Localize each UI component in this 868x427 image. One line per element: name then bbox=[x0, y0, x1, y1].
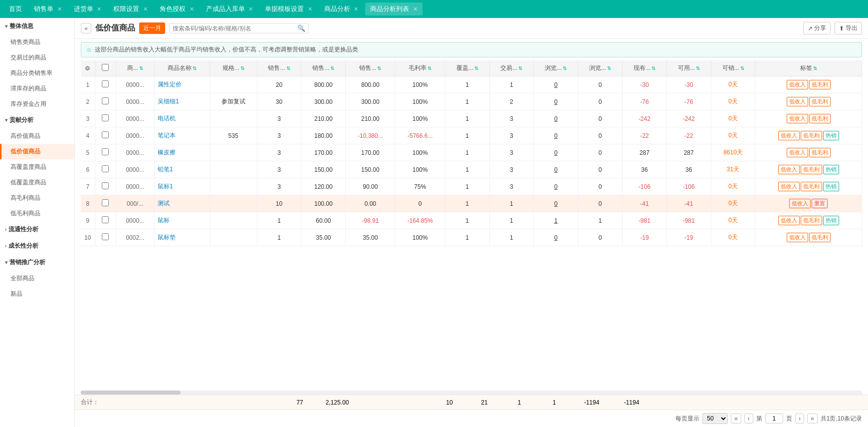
sort-qty-icon[interactable]: ⇅ bbox=[286, 65, 290, 71]
nav-role-auth[interactable]: 角色授权 ✕ bbox=[155, 2, 199, 15]
sidebar-item-traded-goods[interactable]: 交易过的商品 bbox=[0, 50, 74, 65]
view1-link[interactable]: 0 bbox=[554, 234, 558, 241]
col-view1[interactable]: 浏览...⇅ bbox=[534, 60, 578, 76]
row-view1[interactable]: 0 bbox=[534, 93, 578, 110]
prev-page-button[interactable]: ‹ bbox=[744, 414, 753, 424]
sidebar-group-liquidity[interactable]: › 流通性分析 bbox=[0, 221, 74, 238]
col-sale-qty[interactable]: 销售...⇅ bbox=[257, 60, 301, 76]
view1-link[interactable]: 0 bbox=[554, 98, 558, 105]
sidebar-group-contribution[interactable]: ▾ 贡献分析 bbox=[0, 112, 74, 128]
close-product-stock-icon[interactable]: ✕ bbox=[248, 6, 253, 12]
col-available-stock[interactable]: 可用...⇅ bbox=[666, 60, 711, 76]
sort-amount-icon[interactable]: ⇅ bbox=[377, 65, 381, 71]
col-current-stock[interactable]: 现有...⇅ bbox=[622, 60, 666, 76]
row-checkbox[interactable] bbox=[102, 182, 109, 189]
sidebar-item-high-coverage[interactable]: 高覆盖度商品 bbox=[0, 159, 74, 175]
sidebar-group-growth[interactable]: › 成长性分析 bbox=[0, 238, 74, 254]
view1-link[interactable]: 0 bbox=[554, 81, 558, 88]
col-setting[interactable]: ⚙ bbox=[81, 60, 95, 76]
view1-link[interactable]: 1 bbox=[554, 217, 558, 224]
col-checkbox[interactable] bbox=[95, 60, 116, 76]
col-sale-amount[interactable]: 销售...⇅ bbox=[346, 60, 395, 76]
sort-transaction-icon[interactable]: ⇅ bbox=[518, 65, 522, 71]
per-page-select[interactable]: 50 100 200 bbox=[702, 413, 728, 424]
close-permission-icon[interactable]: ✕ bbox=[143, 6, 148, 12]
row-checkbox[interactable] bbox=[102, 97, 109, 104]
nav-purchase-order[interactable]: 进货单 ✕ bbox=[69, 2, 107, 15]
next-page-button[interactable]: › bbox=[795, 414, 804, 424]
col-sale-price[interactable]: 销售...⇅ bbox=[301, 60, 346, 76]
row-checkbox[interactable] bbox=[102, 233, 109, 240]
nav-sales-order[interactable]: 销售单 ✕ bbox=[29, 2, 67, 15]
date-filter-button[interactable]: 近一月 bbox=[139, 22, 165, 34]
row-view1[interactable]: 0 bbox=[534, 178, 578, 195]
row-name[interactable]: 电话机 bbox=[154, 110, 210, 127]
horizontal-scrollbar[interactable] bbox=[81, 391, 862, 395]
row-name[interactable]: 测试 bbox=[154, 195, 210, 212]
row-checkbox[interactable] bbox=[102, 80, 109, 87]
row-checkbox[interactable] bbox=[102, 165, 109, 172]
sidebar-item-low-margin[interactable]: 低毛利商品 bbox=[0, 206, 74, 221]
sort-coverage-icon[interactable]: ⇅ bbox=[474, 65, 478, 71]
sort-spec-icon[interactable]: ⇅ bbox=[240, 65, 244, 71]
row-checkbox[interactable] bbox=[102, 131, 109, 138]
close-role-auth-icon[interactable]: ✕ bbox=[190, 6, 194, 12]
select-all-checkbox[interactable] bbox=[102, 64, 109, 71]
search-input[interactable] bbox=[173, 25, 297, 32]
col-gross-margin[interactable]: 毛利率⇅ bbox=[395, 60, 445, 76]
sidebar-item-sales-goods[interactable]: 销售类商品 bbox=[0, 34, 74, 50]
col-view2[interactable]: 浏览...⇅ bbox=[578, 60, 623, 76]
row-view1[interactable]: 0 bbox=[534, 127, 578, 144]
sidebar-item-stagnant-goods[interactable]: 滞库存的商品 bbox=[0, 81, 74, 96]
nav-permission[interactable]: 权限设置 ✕ bbox=[108, 2, 153, 15]
close-goods-list-icon[interactable]: ✕ bbox=[413, 6, 418, 12]
export-button[interactable]: ⬆ 导出 bbox=[835, 22, 862, 34]
row-checkbox[interactable] bbox=[102, 148, 109, 155]
last-page-button[interactable]: » bbox=[807, 414, 818, 424]
row-name[interactable]: 鼠标1 bbox=[154, 178, 210, 195]
collapse-sidebar-button[interactable]: « bbox=[81, 23, 91, 33]
row-checkbox[interactable] bbox=[102, 199, 109, 206]
close-sales-order-icon[interactable]: ✕ bbox=[57, 6, 62, 12]
scrollbar-thumb[interactable] bbox=[81, 391, 181, 395]
row-view1[interactable]: 0 bbox=[534, 76, 578, 93]
close-purchase-order-icon[interactable]: ✕ bbox=[97, 6, 101, 12]
col-name[interactable]: 商品名称⇅ bbox=[154, 60, 210, 76]
view1-link[interactable]: 0 bbox=[554, 183, 558, 190]
settings-icon[interactable]: ⚙ bbox=[85, 65, 90, 72]
nav-goods-analysis-list[interactable]: 商品分析列表 ✕ bbox=[365, 2, 423, 15]
row-name[interactable]: 属性定价 bbox=[154, 76, 210, 93]
row-view1[interactable]: 1 bbox=[534, 212, 578, 229]
table-wrapper[interactable]: ⚙ 商...⇅ 商品名称⇅ 规格...⇅ 销售...⇅ 销售...⇅ 销售...… bbox=[75, 60, 868, 391]
view1-link[interactable]: 0 bbox=[554, 115, 558, 122]
nav-home[interactable]: 首页 bbox=[4, 2, 27, 15]
first-page-button[interactable]: « bbox=[731, 414, 741, 424]
row-checkbox[interactable] bbox=[102, 114, 109, 121]
search-icon[interactable]: 🔍 bbox=[297, 24, 305, 32]
close-template-icon[interactable]: ✕ bbox=[308, 6, 312, 12]
col-sellable[interactable]: 可销...⇅ bbox=[711, 60, 755, 76]
row-view1[interactable]: 0 bbox=[534, 195, 578, 212]
row-view1[interactable]: 0 bbox=[534, 144, 578, 161]
sort-price-icon[interactable]: ⇅ bbox=[330, 65, 334, 71]
row-name[interactable]: 鼠标垫 bbox=[154, 229, 210, 246]
sidebar-item-high-margin[interactable]: 高毛利商品 bbox=[0, 190, 74, 206]
sort-margin-icon[interactable]: ⇅ bbox=[428, 65, 432, 71]
col-transaction[interactable]: 交易...⇅ bbox=[489, 60, 534, 76]
row-view1[interactable]: 0 bbox=[534, 229, 578, 246]
col-coverage[interactable]: 覆盖...⇅ bbox=[445, 60, 489, 76]
close-goods-analysis-icon[interactable]: ✕ bbox=[354, 6, 358, 12]
sidebar-item-stock-capital[interactable]: 库存资金占用 bbox=[0, 96, 74, 112]
sort-name-icon[interactable]: ⇅ bbox=[193, 65, 197, 71]
sidebar-item-new-goods[interactable]: 新品 bbox=[0, 286, 74, 302]
sort-sellable-icon[interactable]: ⇅ bbox=[740, 65, 744, 71]
sidebar-item-category-sales[interactable]: 商品分类销售率 bbox=[0, 65, 74, 81]
col-spec[interactable]: 规格...⇅ bbox=[210, 60, 257, 76]
row-view1[interactable]: 0 bbox=[534, 110, 578, 127]
view1-link[interactable]: 0 bbox=[554, 149, 558, 156]
row-name[interactable]: 吴细细1 bbox=[154, 93, 210, 110]
row-name[interactable]: 橡皮擦 bbox=[154, 144, 210, 161]
col-code[interactable]: 商...⇅ bbox=[116, 60, 154, 76]
row-name[interactable]: 铅笔1 bbox=[154, 161, 210, 178]
sort-tags-icon[interactable]: ⇅ bbox=[813, 65, 817, 71]
